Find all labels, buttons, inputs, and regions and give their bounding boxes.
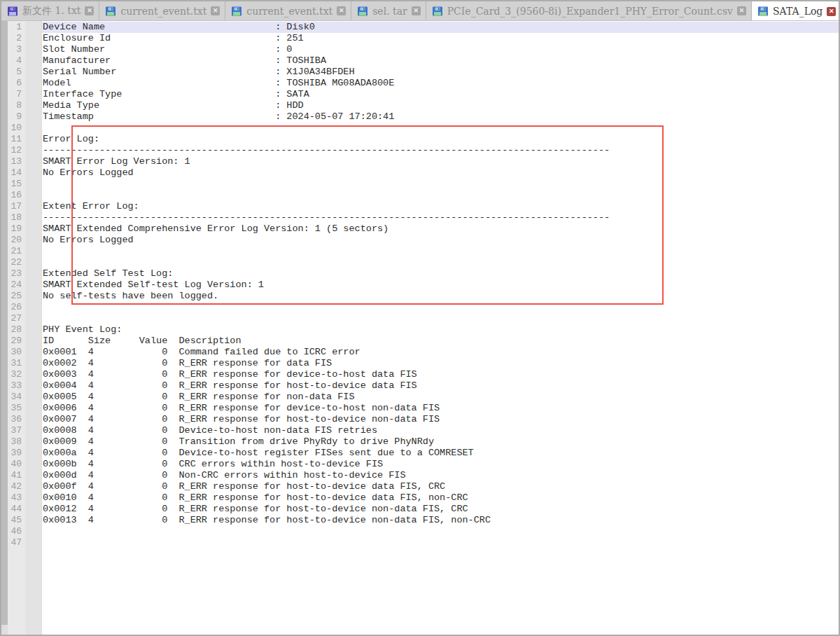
tab-close-icon[interactable]: ✕	[412, 6, 421, 15]
code-line[interactable]: Manufacturer : TOSHIBA	[42, 55, 839, 67]
line-number: 30	[8, 347, 25, 358]
line-number-gutter: 1234567891011121314151617181920212223242…	[8, 21, 25, 635]
tab-bar: 新文件 1. txt✕current_event.txt✕current_eve…	[1, 1, 839, 21]
code-line[interactable]: 0x000d 4 0 Non-CRC errors within host-to…	[42, 470, 839, 481]
code-line[interactable]: Slot Number : 0	[42, 44, 839, 55]
code-line[interactable]: Interface Type : SATA	[42, 89, 839, 100]
tab[interactable]: current_event.txt✕	[225, 1, 351, 20]
line-number: 9	[8, 111, 25, 123]
tab-close-icon[interactable]: ✕	[211, 6, 220, 15]
left-scrollbar-thumb[interactable]	[1, 21, 8, 625]
code-line[interactable]: 0x000f 4 0 R_ERR response for host-to-de…	[42, 481, 839, 492]
code-line[interactable]: SMART Error Log Version: 1	[42, 156, 839, 167]
line-number: 34	[8, 392, 25, 403]
code-line[interactable]: Media Type : HDD	[42, 100, 839, 111]
code-line[interactable]: Extent Error Log:	[42, 201, 839, 212]
line-number: 23	[8, 268, 25, 279]
code-line[interactable]	[42, 257, 839, 268]
tab-close-icon[interactable]: ✕	[85, 6, 94, 15]
line-number: 11	[8, 134, 25, 145]
floppy-disk-purple-icon	[7, 6, 18, 17]
line-number: 43	[8, 492, 25, 504]
tab-label: PCIe_Card_3_(9560-8i)_Expander1_PHY_Erro…	[447, 6, 733, 17]
code-line[interactable]: Model : TOSHIBA MG08ADA800E	[42, 78, 839, 89]
text-content[interactable]: Device Name : Disk0Enclosure Id : 251Slo…	[42, 21, 839, 635]
code-line[interactable]	[42, 246, 839, 257]
bookmark-margin	[25, 21, 42, 635]
line-number: 1	[8, 22, 25, 33]
tab-active[interactable]: SATA_Log✕	[752, 1, 839, 21]
code-line[interactable]: 0x0005 4 0 R_ERR response for non-data F…	[42, 392, 839, 403]
line-number: 41	[8, 470, 25, 481]
code-line[interactable]: 0x0002 4 0 R_ERR response for data FIS	[42, 358, 839, 369]
code-line[interactable]: Serial Number : X1J0A34BFDEH	[42, 67, 839, 78]
tab-close-icon[interactable]: ✕	[827, 7, 836, 16]
line-number: 19	[8, 223, 25, 235]
line-number: 25	[8, 291, 25, 302]
code-line[interactable]: Extended Self Test Log:	[42, 268, 839, 279]
floppy-disk-blue-icon	[757, 6, 769, 17]
code-line[interactable]: 0x000b 4 0 CRC errors within host-to-dev…	[42, 459, 839, 470]
line-number: 7	[8, 89, 25, 100]
code-line[interactable]	[42, 313, 839, 324]
code-line[interactable]	[42, 537, 839, 548]
line-number: 36	[8, 414, 25, 425]
tab-label: 新文件 1. txt	[22, 5, 80, 18]
code-line[interactable]: ----------------------------------------…	[42, 212, 839, 223]
code-line[interactable]: 0x0008 4 0 Device-to-host non-data FIS r…	[42, 425, 839, 436]
line-number: 45	[8, 515, 25, 526]
code-line[interactable]: 0x0009 4 0 Transition from drive PhyRdy …	[42, 436, 839, 448]
tab-label: sel. tar	[372, 6, 407, 17]
code-line[interactable]	[42, 526, 839, 537]
code-line[interactable]	[42, 190, 839, 201]
line-number: 16	[8, 190, 25, 201]
code-line[interactable]: PHY Event Log:	[42, 324, 839, 336]
code-line[interactable]: Timestamp : 2024-05-07 17:20:41	[42, 111, 839, 123]
code-line[interactable]	[42, 179, 839, 190]
line-number: 40	[8, 459, 25, 470]
line-number: 20	[8, 235, 25, 246]
line-number: 37	[8, 425, 25, 436]
line-number: 44	[8, 504, 25, 515]
line-number: 24	[8, 279, 25, 291]
code-line[interactable]: 0x0003 4 0 R_ERR response for device-to-…	[42, 369, 839, 380]
code-line[interactable]: Error Log:	[42, 134, 839, 145]
code-line[interactable]: No self-tests have been logged.	[42, 291, 839, 302]
code-line[interactable]: 0x0001 4 0 Command failed due to ICRC er…	[42, 347, 839, 358]
line-number: 35	[8, 403, 25, 414]
code-line[interactable]: 0x000a 4 0 Device-to-host register FISes…	[42, 448, 839, 459]
code-line[interactable]: 0x0006 4 0 R_ERR response for device-to-…	[42, 403, 839, 414]
tab-close-icon[interactable]: ✕	[737, 6, 746, 15]
code-line[interactable]: 0x0013 4 0 R_ERR response for host-to-de…	[42, 515, 839, 526]
code-line[interactable]: No Errors Logged	[42, 235, 839, 246]
line-number: 26	[8, 302, 25, 313]
code-line[interactable]: SMART Extended Self-test Log Version: 1	[42, 279, 839, 291]
tab[interactable]: PCIe_Card_3_(9560-8i)_Expander1_PHY_Erro…	[426, 1, 752, 20]
line-number: 13	[8, 156, 25, 167]
code-line-current[interactable]: Device Name : Disk0	[42, 22, 839, 33]
tab[interactable]: sel. tar✕	[351, 1, 426, 20]
line-number: 27	[8, 313, 25, 324]
code-line[interactable]: 0x0007 4 0 R_ERR response for host-to-de…	[42, 414, 839, 425]
line-number: 6	[8, 78, 25, 89]
code-line[interactable]: ----------------------------------------…	[42, 145, 839, 156]
code-line[interactable]: 0x0010 4 0 R_ERR response for host-to-de…	[42, 492, 839, 504]
line-number: 38	[8, 436, 25, 448]
code-line[interactable]	[42, 123, 839, 134]
line-number: 31	[8, 358, 25, 369]
tab-close-icon[interactable]: ✕	[337, 6, 346, 15]
line-number: 10	[8, 123, 25, 134]
left-scrollbar-track[interactable]	[1, 21, 8, 635]
code-line[interactable]: SMART Extended Comprehensive Error Log V…	[42, 223, 839, 235]
code-line[interactable]: 0x0004 4 0 R_ERR response for host-to-de…	[42, 380, 839, 392]
code-line[interactable]: No Errors Logged	[42, 167, 839, 179]
code-line[interactable]: Enclosure Id : 251	[42, 33, 839, 44]
line-number: 8	[8, 100, 25, 111]
tab-label: current_event.txt	[120, 6, 206, 17]
line-number: 32	[8, 369, 25, 380]
code-line[interactable]	[42, 302, 839, 313]
tab[interactable]: 新文件 1. txt✕	[1, 1, 99, 20]
code-line[interactable]: ID Size Value Description	[42, 336, 839, 347]
code-line[interactable]: 0x0012 4 0 R_ERR response for host-to-de…	[42, 504, 839, 515]
tab[interactable]: current_event.txt✕	[99, 1, 225, 20]
